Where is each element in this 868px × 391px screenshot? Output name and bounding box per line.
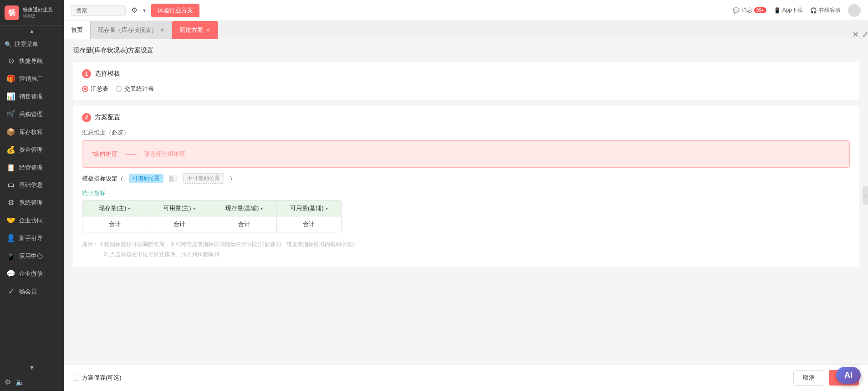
sidebar-item-base-info[interactable]: 🗂 基础信息: [0, 176, 64, 194]
topbar-message[interactable]: 💬 消息 99+: [733, 6, 766, 14]
sidebar-item-finance[interactable]: 💰 资金管理: [0, 141, 64, 159]
app-download-icon: 📱: [774, 7, 781, 14]
sidebar-item-label-purchase: 采购管理: [19, 110, 43, 118]
dimension-box[interactable]: *纵向维度 —— 请选择分组维度: [82, 140, 850, 168]
topbar-right: 💬 消息 99+ 📱 App下载 🎧 在线客服: [733, 4, 861, 17]
stats-data-val-0: 合计: [109, 220, 121, 228]
page-title: 现存量(库存状况表)方案设置: [73, 46, 859, 55]
sidebar-item-new-guide[interactable]: 👤 新手引导: [0, 229, 64, 247]
sidebar-item-enterprise-wechat[interactable]: 💬 企业微信: [0, 265, 64, 283]
sidebar-item-label-sales: 销售管理: [19, 93, 43, 101]
member-icon: ✓: [6, 287, 15, 296]
step2-label: 方案配置: [95, 113, 120, 122]
message-badge: 99+: [754, 7, 766, 13]
sidebar-item-marketing[interactable]: 🎁 营销推广: [0, 70, 64, 87]
sidebar-item-purchase[interactable]: 🛒 采购管理: [0, 105, 64, 123]
stats-header-cell-1[interactable]: 可用量(主) ▾: [147, 201, 212, 216]
topbar-dropdown-icon[interactable]: ▾: [143, 7, 146, 14]
system-icon: ⚙: [6, 198, 15, 207]
tab-new-plan[interactable]: 新建方案 ✕: [172, 21, 218, 39]
user-avatar[interactable]: [848, 4, 861, 17]
radio-dot-cross: [116, 86, 122, 92]
base-info-icon: 🗂: [6, 181, 15, 189]
step2-badge: 2: [82, 113, 91, 122]
indicator-label-suffix: ）: [230, 175, 235, 183]
message-icon: 💬: [733, 7, 740, 14]
topbar-message-label: 消息: [741, 6, 752, 14]
sidebar-item-app-center[interactable]: 📱 应用中心: [0, 247, 64, 265]
logo-badge: 标准版: [23, 13, 53, 19]
stats-header-cell-3[interactable]: 可用量(基辅) ▾: [277, 201, 341, 216]
sales-icon: 📊: [6, 92, 15, 101]
tab-home-label: 首页: [71, 26, 83, 34]
sidebar-item-quick-nav[interactable]: ⊙ 快捷导航: [0, 52, 64, 70]
sidebar-item-member[interactable]: ✓ 畅会员: [0, 283, 64, 300]
sidebar-item-inventory[interactable]: 📦 库存核算: [0, 123, 64, 141]
sidebar-search[interactable]: 🔍 搜索菜单: [0, 36, 64, 52]
step1-section: 1 选择模板 汇总表 交叉统计表: [73, 62, 859, 100]
save-option[interactable]: 方案保存(可选): [73, 374, 122, 382]
sidebar-bottom: ⚙ 🔈: [0, 373, 64, 391]
tip-2: 2. 点击标题栏下拉可设置排序、插入列和删除列: [82, 250, 850, 260]
chevron-down-icon-1: ▾: [193, 206, 195, 211]
sidebar-item-cooperation[interactable]: 🤝 企业协同: [0, 211, 64, 229]
headset-icon: 🎧: [810, 7, 817, 14]
stats-col3-label: 可用量(基辅): [290, 204, 324, 212]
radio-dot-summary: [82, 86, 88, 92]
search-icon: 🔍: [5, 41, 12, 48]
stats-header-cell-2[interactable]: 现存量(基辅) ▾: [212, 201, 277, 216]
sidebar-scroll-down[interactable]: ▼: [0, 362, 64, 373]
template-radio-group: 汇总表 交叉统计表: [82, 85, 850, 93]
template-radio-summary[interactable]: 汇总表: [82, 85, 108, 93]
tip-1: 提示： 1.拖动标题栏可以调整布局，不可跨维度或指标区域拖动栏目字段(只能在同一…: [82, 240, 850, 250]
ai-bubble[interactable]: Ai: [836, 367, 861, 384]
purchase-icon: 🛒: [6, 110, 15, 118]
sidebar-scroll-up[interactable]: ▲: [0, 26, 64, 36]
stats-data-cell-3: 合计: [277, 216, 341, 232]
new-guide-icon: 👤: [6, 234, 15, 242]
stats-col2-label: 现存量(基辅): [225, 204, 259, 212]
tab-inventory-status[interactable]: 现存量（库存状况表） ✕: [91, 21, 172, 39]
sidebar-nav: ⊙ 快捷导航 🎁 营销推广 📊 销售管理 🛒 采购管理 📦 库存核算 💰 资金管…: [0, 52, 64, 362]
template-cross-label: 交叉统计表: [124, 85, 154, 93]
sidebar-item-sales[interactable]: 📊 销售管理: [0, 87, 64, 105]
topbar-trial-button[interactable]: 体验行业方案: [151, 4, 199, 17]
stats-data-cell-1: 合计: [147, 216, 212, 232]
speaker-icon[interactable]: 🔈: [15, 378, 25, 386]
step1-header: 1 选择模板: [82, 69, 850, 78]
right-expand-button[interactable]: ›: [863, 186, 868, 205]
dimension-vertical-label: *纵向维度: [92, 150, 117, 158]
indicator-label-prefix: 模板指标设定（: [82, 175, 123, 183]
topbar-online-service[interactable]: 🎧 在线客服: [810, 6, 841, 14]
logo-name: 畅康通好生意: [23, 6, 53, 13]
settings-icon[interactable]: ⚙: [5, 378, 11, 386]
stats-header-cell-0[interactable]: 现存量(主) ▾: [82, 201, 147, 216]
sidebar-logo: 畅 畅康通好生意 标准版: [0, 0, 64, 26]
logo-icon: 畅: [5, 5, 19, 20]
sidebar-item-label-quick-nav: 快捷导航: [19, 57, 43, 65]
indicator-separator: ▓▒: [169, 175, 178, 182]
window-expand-icon[interactable]: ⤢: [862, 30, 868, 39]
sidebar-item-system[interactable]: ⚙ 系统管理: [0, 194, 64, 211]
stats-data-cell-2: 合计: [212, 216, 277, 232]
dimension-dash: ——: [125, 151, 137, 158]
topbar-online-service-label: 在线客服: [819, 6, 841, 14]
sidebar-item-label-base-info: 基础信息: [19, 181, 43, 189]
sidebar-item-label-system: 系统管理: [19, 199, 43, 207]
sidebar-item-operations[interactable]: 📋 经营管理: [0, 159, 64, 176]
cooperation-icon: 🤝: [6, 216, 15, 225]
topbar-app-download[interactable]: 📱 App下载: [774, 6, 803, 14]
chevron-down-icon-0: ▾: [128, 206, 130, 211]
tab-home[interactable]: 首页: [64, 21, 91, 39]
tab-new-plan-close[interactable]: ✕: [206, 27, 210, 33]
topbar-search-input[interactable]: [71, 5, 126, 16]
tab-inventory-status-label: 现存量（库存状况表）: [98, 26, 157, 34]
window-close-icon[interactable]: ✕: [853, 30, 858, 39]
topbar-settings-icon[interactable]: ⚙: [131, 6, 138, 15]
template-radio-cross[interactable]: 交叉统计表: [116, 85, 154, 93]
cancel-button[interactable]: 取消: [793, 370, 824, 386]
tab-inventory-status-close[interactable]: ✕: [160, 27, 164, 33]
save-checkbox[interactable]: [73, 375, 79, 381]
sidebar-item-label-marketing: 营销推广: [19, 75, 43, 83]
template-summary-label: 汇总表: [91, 85, 108, 93]
